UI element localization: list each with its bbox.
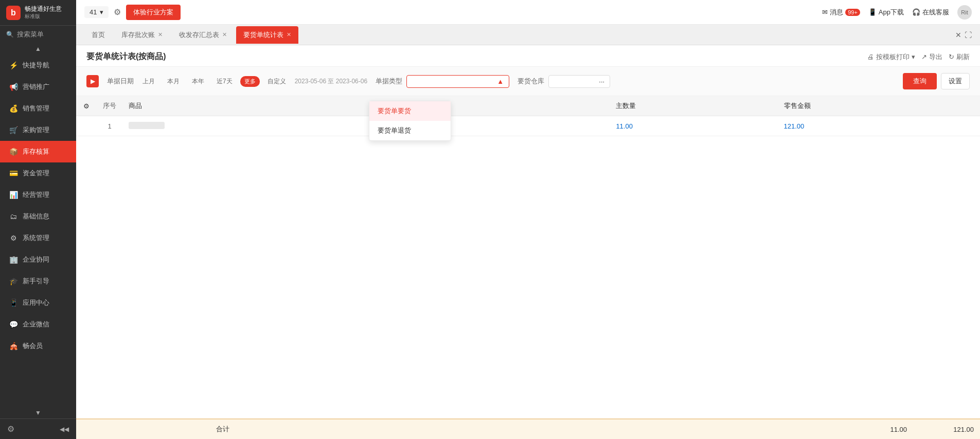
warehouse-select[interactable]: ··· xyxy=(548,75,610,88)
row-product xyxy=(122,116,373,136)
tab-home[interactable]: 首页 xyxy=(84,26,112,44)
settings-button[interactable]: 设置 xyxy=(941,73,970,89)
sidebar-item-wechat[interactable]: 💬 企业微信 xyxy=(0,314,76,335)
corp-icon: 🏢 xyxy=(8,255,19,264)
tab-inventory-batch[interactable]: 库存批次账 ✕ xyxy=(114,26,170,44)
page-header: 要货单统计表(按商品) 🖨 按模板打印 ▾ ↗ 导出 ↻ 刷新 xyxy=(76,45,980,67)
print-template-btn[interactable]: 🖨 按模板打印 ▾ xyxy=(867,52,915,62)
sidebar-item-finance[interactable]: 💳 资金管理 xyxy=(0,162,76,184)
sidebar-item-quick-nav[interactable]: ⚡ 快捷导航 xyxy=(0,54,76,76)
company-selector[interactable]: 41 ▾ xyxy=(84,6,109,18)
refresh-btn[interactable]: ↻ 刷新 xyxy=(949,52,970,62)
tabs-bar: 首页 库存批次账 ✕ 收发存汇总表 ✕ 要货单统计表 ✕ ✕ ⛶ xyxy=(76,25,980,45)
tab-close-request-summary[interactable]: ✕ xyxy=(287,31,291,38)
avatar[interactable]: Rit xyxy=(957,5,972,20)
col-quantity: 主数量 xyxy=(610,96,777,116)
print-icon: 🖨 xyxy=(867,53,874,61)
company-name: 41 xyxy=(90,8,97,16)
sidebar-item-member[interactable]: 🎪 畅会员 xyxy=(0,335,76,357)
header-right: ✉ 消息 99+ 📱 App下载 🎧 在线客服 Rit xyxy=(822,5,972,20)
sidebar-footer: ⚙ ◀◀ xyxy=(0,418,76,439)
tab-expand-icon[interactable]: ⛶ xyxy=(965,31,972,39)
export-btn[interactable]: ↗ 导出 xyxy=(921,52,942,62)
table-footer: 合计 11.00 121.00 xyxy=(76,418,980,439)
operations-icon: 📊 xyxy=(8,191,19,199)
messages-action[interactable]: ✉ 消息 99+ xyxy=(822,8,860,17)
filter-actions: 查询 设置 xyxy=(903,73,970,89)
tab-close-inventory-batch[interactable]: ✕ xyxy=(158,31,163,38)
quick-nav-icon: ⚡ xyxy=(8,61,19,69)
system-icon: ⚙ xyxy=(8,234,19,242)
doc-type-filter-group: 单据类型 ▲ xyxy=(376,75,509,88)
trial-button[interactable]: 体验行业方案 xyxy=(126,5,181,20)
footer-quantity: 11.00 xyxy=(840,426,907,433)
dropdown-item-request-order[interactable]: 要货单要货 xyxy=(369,101,451,121)
sidebar-item-basics[interactable]: 🗂 基础信息 xyxy=(0,206,76,227)
sidebar-item-operations[interactable]: 📊 经营管理 xyxy=(0,184,76,206)
tab-receive-summary[interactable]: 收发存汇总表 ✕ xyxy=(172,26,234,44)
sidebar-item-corp[interactable]: 🏢 企业协同 xyxy=(0,249,76,270)
sidebar-item-system[interactable]: ⚙ 系统管理 xyxy=(0,227,76,249)
guide-icon: 🎓 xyxy=(8,277,19,285)
data-table: ⚙ 序号 商品 主计量单位 主数量 零售金额 1 xyxy=(76,96,980,136)
filter-expand-btn[interactable]: ▶ xyxy=(86,75,99,87)
ellipsis-icon: ··· xyxy=(599,78,604,85)
appstore-icon: 📱 xyxy=(8,299,19,307)
row-quantity[interactable]: 11.00 xyxy=(610,116,777,136)
date-btn-custom[interactable]: 自定义 xyxy=(263,75,291,88)
date-options: 上月 本月 本年 近7天 更多 自定义 xyxy=(138,75,291,88)
purchase-icon: 🛒 xyxy=(8,126,19,134)
sidebar-nav: ⚡ 快捷导航 📢 营销推广 💰 销售管理 🛒 采购管理 📦 库存核算 💳 资金管… xyxy=(0,54,76,407)
tab-request-summary[interactable]: 要货单统计表 ✕ xyxy=(236,26,298,44)
headset-icon: 🎧 xyxy=(912,8,920,16)
message-icon: ✉ xyxy=(822,8,828,16)
date-btn-this-month[interactable]: 本月 xyxy=(163,75,184,88)
table-container: ⚙ 序号 商品 主计量单位 主数量 零售金额 1 xyxy=(76,96,980,418)
date-btn-more[interactable]: 更多 xyxy=(240,76,260,87)
app-download-action[interactable]: 📱 App下载 xyxy=(868,8,904,17)
member-icon: 🎪 xyxy=(8,342,19,350)
tab-close-all-icon[interactable]: ✕ xyxy=(955,31,961,39)
col-product: 商品 xyxy=(122,96,373,116)
search-menu[interactable]: 🔍 搜索菜单 xyxy=(0,26,76,43)
sidebar-settings-icon[interactable]: ⚙ xyxy=(7,424,14,434)
date-btn-7days[interactable]: 近7天 xyxy=(212,75,237,88)
dropdown-item-request-return[interactable]: 要货单退货 xyxy=(369,121,451,140)
date-btn-last-month[interactable]: 上月 xyxy=(138,75,159,88)
page-content: 要货单统计表(按商品) 🖨 按模板打印 ▾ ↗ 导出 ↻ 刷新 xyxy=(76,45,980,439)
col-amount: 零售金额 xyxy=(778,96,980,116)
phone-icon: 📱 xyxy=(868,8,877,16)
page-title: 要货单统计表(按商品) xyxy=(86,51,166,62)
online-service-action[interactable]: 🎧 在线客服 xyxy=(912,8,949,17)
sidebar-item-sales[interactable]: 💰 销售管理 xyxy=(0,98,76,119)
date-btn-this-year[interactable]: 本年 xyxy=(187,75,209,88)
sidebar-collapse-icon[interactable]: ◀◀ xyxy=(60,426,69,433)
filter-bar: ▶ 单据日期 上月 本月 本年 近7天 更多 自定义 2023-05-06 至 … xyxy=(76,67,980,96)
col-settings[interactable]: ⚙ xyxy=(76,96,97,116)
main-area: 41 ▾ ⚙ 体验行业方案 ✉ 消息 99+ 📱 App下载 🎧 在线客服 Ri… xyxy=(76,0,980,439)
footer-label: 合计 xyxy=(134,425,840,434)
wechat-icon: 💬 xyxy=(8,320,19,328)
date-range-display: 2023-05-06 至 2023-06-06 xyxy=(295,77,367,86)
doc-type-select[interactable]: ▲ xyxy=(406,75,509,88)
sidebar-item-marketing[interactable]: 📢 营销推广 xyxy=(0,76,76,98)
row-settings xyxy=(76,116,97,136)
sidebar-item-inventory[interactable]: 📦 库存核算 xyxy=(0,141,76,162)
row-amount[interactable]: 121.00 xyxy=(778,116,980,136)
tab-close-receive-summary[interactable]: ✕ xyxy=(222,31,227,38)
header-settings-icon[interactable]: ⚙ xyxy=(114,7,121,17)
header-left: 41 ▾ ⚙ 体验行业方案 xyxy=(84,5,181,20)
table-row: 1 块 11.00 121.00 xyxy=(76,116,980,136)
sidebar-item-appstore[interactable]: 📱 应用中心 xyxy=(0,292,76,314)
sidebar-item-purchase[interactable]: 🛒 采购管理 xyxy=(0,119,76,141)
top-header: 41 ▾ ⚙ 体验行业方案 ✉ 消息 99+ 📱 App下载 🎧 在线客服 Ri… xyxy=(76,0,980,25)
basics-icon: 🗂 xyxy=(8,212,19,221)
doc-type-dropdown: 要货单要货 要货单退货 xyxy=(369,101,451,141)
sidebar: b 畅捷通好生意 标准版 🔍 搜索菜单 ▲ ⚡ 快捷导航 📢 营销推广 💰 销售… xyxy=(0,0,76,439)
chevron-up-icon: ▲ xyxy=(497,78,504,85)
sales-icon: 💰 xyxy=(8,104,19,113)
sidebar-item-guide[interactable]: 🎓 新手引导 xyxy=(0,270,76,292)
chevron-down-icon: ▾ xyxy=(912,53,915,61)
query-button[interactable]: 查询 xyxy=(903,73,937,89)
chevron-right-icon: ▶ xyxy=(91,78,95,85)
